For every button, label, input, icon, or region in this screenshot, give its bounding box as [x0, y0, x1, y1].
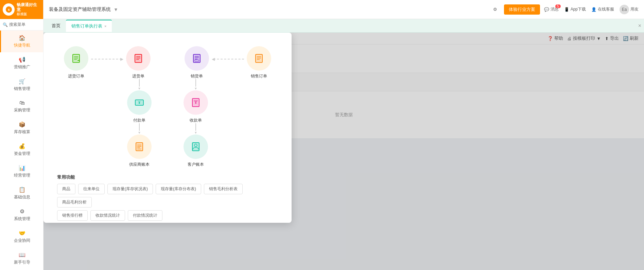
customer-ledger-node[interactable]: 客户账本: [184, 134, 208, 167]
tab-active-label: 销售订单执行表: [71, 23, 102, 29]
svg-rect-35: [137, 148, 141, 150]
finance-icon: 💰: [19, 143, 25, 149]
user-action[interactable]: Ea 用友: [620, 5, 639, 14]
sales-icon: 🛒: [19, 78, 25, 85]
dropdown-arrow-icon[interactable]: ▼: [114, 7, 118, 12]
tab-end-close-icon[interactable]: ×: [638, 23, 641, 29]
sidebar-item-inventory[interactable]: 📦 库存核算: [0, 117, 43, 139]
btn-sales-profit[interactable]: 销售毛利分析表: [204, 184, 243, 194]
sidebar-item-label: 库存核算: [14, 129, 30, 135]
sale-order-label: 销售订单: [251, 73, 267, 79]
supplier-ledger-node[interactable]: 供应商账本: [127, 134, 152, 167]
topbar-actions: 💬 消息 5 📱 App下载 👤 在线客服 Ea 用友: [544, 5, 639, 14]
basic-icon: 📋: [19, 186, 25, 193]
common-section: 常用功能 商品 往来单位 现存量(库存状况表) 现存量(库存分布表) 销售毛利分…: [43, 174, 292, 223]
purchase-bill-icon: [126, 46, 151, 71]
system-icon: ⚙: [20, 208, 24, 215]
sale-order-node[interactable]: 销售订单: [247, 46, 271, 79]
btn-product-profit[interactable]: 商品毛利分析: [57, 197, 92, 208]
sidebar-item-enterprise[interactable]: 🤝 企业协同: [0, 226, 43, 248]
message-badge: 5: [555, 4, 561, 8]
message-action[interactable]: 💬 消息 5: [544, 6, 559, 12]
sidebar-search[interactable]: 🔍 搜索菜单: [0, 19, 43, 31]
btn-product[interactable]: 商品: [57, 184, 75, 194]
online-service-action[interactable]: 👤 在线客服: [591, 6, 614, 12]
sidebar-item-finance[interactable]: 💰 资金管理: [0, 139, 43, 161]
sidebar-item-label: 快捷导航: [14, 42, 30, 48]
sidebar-logo: 6 畅康通好生意 标准版: [0, 0, 43, 19]
sale-bill-label: 销货单: [191, 73, 203, 79]
customer-ledger-label: 客户账本: [188, 162, 204, 167]
sidebar-item-label: 采购管理: [14, 107, 30, 113]
purchase-bill-label: 进货单: [132, 73, 144, 79]
tab-home[interactable]: 首页: [46, 20, 66, 32]
operation-icon: 📊: [19, 165, 25, 171]
sidebar-item-quick-nav[interactable]: 🏠 快捷导航: [0, 31, 43, 52]
purchase-order-icon: [64, 46, 88, 71]
payment-label: 付款单: [133, 118, 145, 123]
main-area: 装备及固定资产辅助管理系统 ▼ ⚙ 体验行业方案 💬 消息 5 📱 App下载 …: [43, 0, 644, 270]
sidebar-item-purchase[interactable]: 🛍 采购管理: [0, 96, 43, 117]
sidebar-item-label: 基础信息: [14, 194, 30, 200]
supplier-ledger-label: 供应商账本: [129, 162, 150, 167]
sidebar: 6 畅康通好生意 标准版 🔍 搜索菜单 🏠 快捷导航 📢 营销推广 🛒: [0, 0, 43, 270]
payment-node[interactable]: ¥ 付款单: [127, 90, 152, 123]
topbar-title: 装备及固定资产辅助管理系统 ▼: [49, 6, 486, 13]
tabbar: 首页 销售订单执行表 × ×: [43, 19, 644, 33]
content-area: ❓ 帮助 🖨 按模板打印 ▼ ⬆ 导出 🔄 刷新: [43, 33, 644, 270]
common-title: 常用功能: [57, 174, 278, 180]
sidebar-item-newbie[interactable]: 📖 新手引导: [0, 248, 43, 269]
quick-nav-icon: 🏠: [19, 35, 25, 41]
sidebar-item-label: 营销推广: [14, 64, 30, 70]
sidebar-item-label: 资金管理: [14, 151, 30, 157]
enterprise-icon: 🤝: [19, 230, 25, 236]
svg-rect-12: [193, 54, 200, 62]
logo-title: 畅康通好生意: [17, 2, 40, 12]
btn-partner[interactable]: 往来单位: [78, 184, 105, 194]
btn-stock-status[interactable]: 现存量(库存状况表): [107, 184, 153, 194]
sale-bill-node[interactable]: 销货单: [185, 46, 209, 79]
tab-home-label: 首页: [52, 23, 60, 29]
sidebar-item-label: 系统管理: [14, 216, 30, 222]
purchase-order-node[interactable]: 进货订单: [64, 46, 88, 79]
btn-payment-stats[interactable]: 付款情况统计: [128, 210, 162, 221]
app-download-label: App下载: [571, 6, 586, 12]
sidebar-item-marketing[interactable]: 📢 营销推广: [0, 52, 43, 74]
message-icon: 💬: [544, 7, 549, 12]
btn-stock-dist[interactable]: 现存量(库存分布表): [156, 184, 201, 194]
logo-icon: 6: [3, 3, 15, 16]
user-avatar: Ea: [620, 5, 629, 14]
sidebar-item-sales[interactable]: 🛒 销售管理: [0, 74, 43, 96]
newbie-icon: 📖: [19, 252, 25, 258]
sidebar-item-label: 新手引导: [14, 259, 30, 265]
svg-rect-7: [135, 54, 142, 62]
overlay: 进货订单 ▶: [43, 33, 644, 270]
tab-close-icon[interactable]: ×: [104, 24, 106, 28]
purchase-bill-node[interactable]: 进货单: [126, 46, 151, 79]
btn-collection-stats[interactable]: 收款情况统计: [90, 210, 125, 221]
online-service-label: 在线客服: [598, 6, 614, 12]
search-label: 搜索菜单: [9, 22, 25, 28]
app-download-action[interactable]: 📱 App下载: [564, 6, 586, 12]
sidebar-item-system[interactable]: ⚙ 系统管理: [0, 204, 43, 226]
download-icon: 📱: [564, 7, 569, 12]
sidebar-item-operation[interactable]: 📊 经营管理: [0, 161, 43, 182]
customer-ledger-icon: [184, 134, 208, 159]
common-btns-row2: 销售排行榜 收款情况统计 付款情况统计: [57, 210, 278, 221]
svg-text:6: 6: [8, 8, 10, 12]
btn-sales-rank[interactable]: 销售排行榜: [57, 210, 88, 221]
settings-icon[interactable]: ⚙: [490, 5, 500, 14]
sidebar-item-basic[interactable]: 📋 基础信息: [0, 182, 43, 204]
receipt-node[interactable]: ¥ 收款单: [184, 90, 208, 123]
trial-btn[interactable]: 体验行业方案: [504, 4, 540, 15]
flow-section: 进货订单 ▶: [43, 33, 292, 174]
purchase-icon: 🛍: [19, 100, 25, 106]
svg-text:¥: ¥: [138, 101, 140, 105]
sale-bill-icon: [185, 46, 209, 71]
purchase-order-label: 进货订单: [68, 73, 84, 79]
receipt-label: 收款单: [190, 118, 202, 123]
user-label: 用友: [630, 6, 639, 12]
tab-sales-order[interactable]: 销售订单执行表 ×: [66, 20, 112, 32]
svg-rect-18: [256, 54, 262, 62]
sidebar-item-label: 经营管理: [14, 173, 30, 178]
